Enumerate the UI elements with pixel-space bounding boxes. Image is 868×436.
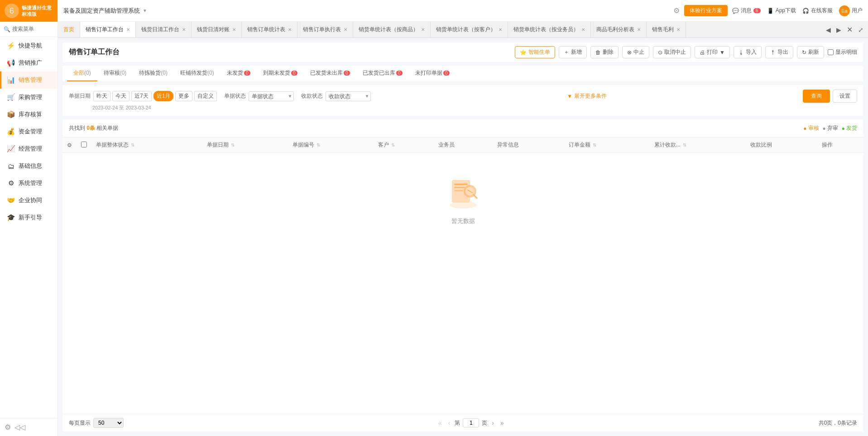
- th-checkbox[interactable]: [77, 137, 91, 153]
- sidebar-item-marketing[interactable]: 📢 营销推广: [0, 54, 58, 71]
- topbar-online-service[interactable]: 🎧 在线客服: [802, 7, 833, 14]
- import-btn[interactable]: ⭳ 导入: [734, 46, 762, 58]
- sidebar-item-sales[interactable]: 📊 销售管理: [0, 71, 58, 89]
- date-btn-custom[interactable]: 自定义: [194, 91, 217, 101]
- tab-close-sales-gross[interactable]: ✕: [676, 27, 680, 32]
- filter-tab-not-shipped[interactable]: 未发货0: [221, 66, 257, 81]
- topbar-message[interactable]: 💬 消息 6: [732, 7, 761, 14]
- refresh-btn[interactable]: ↻ 刷新: [797, 46, 824, 58]
- tabbar-expand-btn[interactable]: ⤢: [856, 25, 865, 34]
- tab-cash-daily[interactable]: 钱货日清工作台 ✕: [136, 22, 192, 38]
- sidebar-item-operations[interactable]: 📈 经营管理: [0, 140, 58, 157]
- tab-close-sales-order-exec[interactable]: ✕: [344, 27, 347, 32]
- tab-close-sales-stats-product[interactable]: ✕: [421, 27, 425, 32]
- review-action-btn[interactable]: ● 审核: [803, 123, 819, 133]
- tab-sales-gross[interactable]: 销售毛利 ✕: [647, 22, 686, 38]
- tabbar-next-btn[interactable]: ▶: [834, 25, 843, 34]
- page-first-btn[interactable]: «: [436, 418, 444, 427]
- select-all-checkbox[interactable]: [81, 142, 87, 147]
- industry-btn[interactable]: 体验行业方案: [684, 5, 728, 16]
- chart-icon: 📊: [7, 76, 15, 84]
- expand-icon: ▼: [567, 93, 572, 100]
- suspend-btn[interactable]: ⊗ 中止: [622, 46, 649, 58]
- filter-tab-pending-inspection[interactable]: 待拣验货(0): [133, 66, 174, 81]
- sidebar-item-enterprise[interactable]: 🤝 企业协同: [0, 192, 58, 209]
- filter-tab-overdue[interactable]: 到期未发货0: [257, 66, 304, 81]
- date-btn-today[interactable]: 今天: [112, 91, 129, 101]
- unsuspend-btn[interactable]: ⊙ 取消中止: [653, 46, 691, 58]
- th-cumulative[interactable]: 累计收款... ⇅: [650, 137, 746, 153]
- sidebar-item-basic-info[interactable]: 🗂 基础信息: [0, 157, 58, 175]
- topbar-settings-icon[interactable]: ⚙: [673, 6, 680, 15]
- page-next-btn[interactable]: ›: [490, 418, 496, 427]
- ship-action-btn[interactable]: ● 发货: [842, 123, 857, 133]
- tab-close-cash-reconcile[interactable]: ✕: [232, 27, 236, 32]
- filter-tab-shipped-not-out[interactable]: 已发货未出库0: [304, 66, 356, 81]
- date-btn-yesterday[interactable]: 昨天: [93, 91, 110, 101]
- sidebar-item-guide[interactable]: 🎓 新手引导: [0, 209, 58, 226]
- settings-bottom-icon[interactable]: ⚙: [5, 423, 11, 431]
- search-row-1: 单据日期 昨天 今天 近7天 近1月 更多 自定义 单据状态 单据状态: [69, 90, 857, 103]
- th-number[interactable]: 单据编号 ⇅: [288, 137, 374, 153]
- tab-sales-stats-staff[interactable]: 销货单统计表（按业务员） ✕: [508, 22, 591, 38]
- th-date[interactable]: 单据日期 ⇅: [202, 137, 288, 153]
- filter-tab-shipped-out[interactable]: 已发货已出库0: [356, 66, 409, 81]
- tabbar-prev-btn[interactable]: ◀: [824, 25, 833, 34]
- show-detail-input[interactable]: [828, 49, 834, 55]
- sidebar-item-system[interactable]: ⚙ 系统管理: [0, 175, 58, 192]
- payment-select[interactable]: 收款状态: [326, 91, 371, 101]
- show-detail-checkbox[interactable]: 显示明细: [828, 48, 857, 56]
- tab-sales-stats-customer[interactable]: 销货单统计表（按客户） ✕: [431, 22, 508, 38]
- tab-close-sales-order-workbench[interactable]: ✕: [126, 27, 130, 32]
- tab-cash-reconcile[interactable]: 钱货日清对账 ✕: [192, 22, 242, 38]
- topbar-app-download[interactable]: 📱 App下载: [767, 7, 796, 14]
- filter-tab-all[interactable]: 全部(0): [67, 66, 97, 81]
- th-settings[interactable]: ⚙: [62, 137, 77, 153]
- add-btn[interactable]: ＋ 新增: [559, 46, 587, 58]
- delete-btn[interactable]: 🗑 删除: [590, 46, 619, 58]
- status-select[interactable]: 单据状态: [249, 91, 294, 101]
- svg-rect-2: [454, 184, 468, 185]
- unpost-action-btn[interactable]: ● 弃审: [823, 123, 838, 133]
- tab-close-sales-stats-staff[interactable]: ✕: [581, 27, 585, 32]
- page-last-btn[interactable]: »: [499, 418, 506, 427]
- smart-btn[interactable]: ⭐ 智能生单: [515, 46, 555, 58]
- sort-icon-status: ⇅: [131, 142, 134, 147]
- th-customer[interactable]: 客户 ⇅: [374, 137, 434, 153]
- date-btn-7days[interactable]: 近7天: [131, 91, 152, 101]
- tab-close-sales-order-stats[interactable]: ✕: [288, 27, 292, 32]
- tab-home[interactable]: 首页: [58, 22, 80, 38]
- topbar-user[interactable]: Ea 用户: [839, 5, 863, 16]
- tab-close-sales-stats-customer[interactable]: ✕: [499, 27, 502, 32]
- tab-sales-order-workbench[interactable]: 销售订单工作台 ✕: [80, 22, 136, 38]
- sidebar-item-inventory[interactable]: 📦 库存核算: [0, 106, 58, 123]
- tabbar-close-all-btn[interactable]: ✕: [845, 24, 854, 35]
- tab-sales-order-stats[interactable]: 销售订单统计表 ✕: [242, 22, 297, 38]
- sidebar-item-search[interactable]: 🔍 搜索菜单: [0, 22, 58, 37]
- collapse-icon[interactable]: ◁◁: [14, 423, 25, 431]
- page-prev-btn[interactable]: ‹: [446, 418, 452, 427]
- page-input[interactable]: [463, 418, 479, 427]
- query-btn[interactable]: 查询: [803, 90, 830, 103]
- sidebar-item-purchase[interactable]: 🛒 采购管理: [0, 89, 58, 106]
- filter-tab-pending-review[interactable]: 待审核(0): [97, 66, 133, 81]
- tab-product-profit[interactable]: 商品毛利分析表 ✕: [591, 22, 647, 38]
- tab-close-cash-daily[interactable]: ✕: [182, 27, 186, 32]
- export-btn[interactable]: ⭱ 导出: [765, 46, 793, 58]
- th-status[interactable]: 单据整体状态 ⇅: [91, 137, 202, 153]
- tab-sales-stats-product[interactable]: 销货单统计表（按商品） ✕: [353, 22, 431, 38]
- filter-tab-not-printed[interactable]: 未打印单据0: [409, 66, 456, 81]
- sidebar-item-finance[interactable]: 💰 资金管理: [0, 123, 58, 140]
- expand-more-btn[interactable]: ▼ 展开更多条件: [567, 92, 607, 100]
- th-amount[interactable]: 订单金额 ⇅: [564, 137, 650, 153]
- dropdown-icon[interactable]: ▼: [143, 8, 147, 13]
- tab-sales-order-exec[interactable]: 销售订单执行表 ✕: [297, 22, 353, 38]
- sidebar-item-quick-nav[interactable]: ⚡ 快捷导航: [0, 37, 58, 54]
- set-btn[interactable]: 设置: [833, 90, 857, 103]
- tab-close-product-profit[interactable]: ✕: [637, 27, 641, 32]
- date-btn-more[interactable]: 更多: [175, 91, 192, 101]
- filter-tab-wangpu[interactable]: 旺铺待发货(0): [174, 66, 221, 81]
- date-btn-1month[interactable]: 近1月: [153, 91, 174, 101]
- page-size-select[interactable]: 50 10 20 100: [93, 418, 124, 428]
- print-btn[interactable]: 🖨 打印 ▼: [695, 46, 730, 58]
